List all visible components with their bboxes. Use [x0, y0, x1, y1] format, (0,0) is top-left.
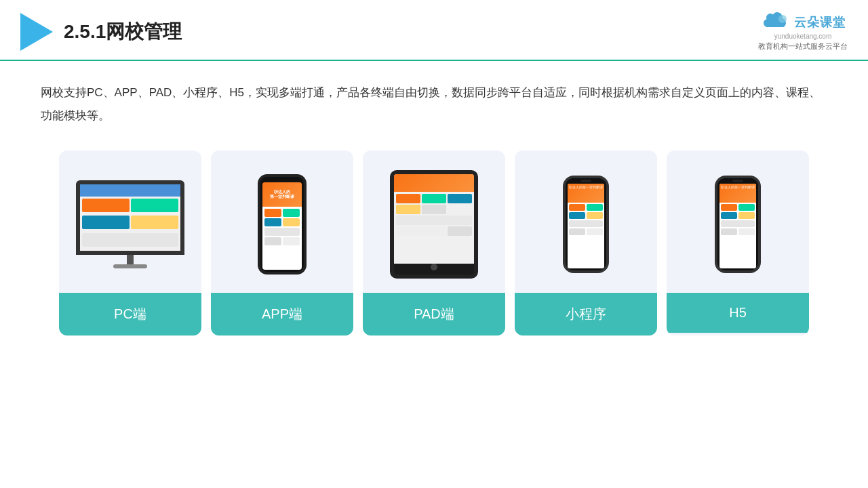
card-pc-label: PC端 [59, 293, 201, 336]
card-pad-label: PAD端 [363, 293, 505, 336]
card-pc: PC端 [59, 150, 201, 336]
brand-url: yunduoketang.com [774, 33, 832, 40]
card-app: 职达人的第一堂判断课 APP端 [211, 150, 353, 336]
brand-name: 云朵课堂 [794, 14, 846, 30]
header: 2.5.1网校管理 云朵课堂 yunduoketang.com 教育机构一站式服… [0, 0, 868, 61]
header-right: 云朵课堂 yunduoketang.com 教育机构一站式服务云平台 [758, 12, 848, 52]
brand-tagline: 教育机构一站式服务云平台 [758, 41, 848, 52]
brand-logo: 云朵课堂 [760, 12, 846, 33]
card-pad-image [363, 150, 505, 293]
miniprogram-phone-mockup: 职达人的第一堂判断课 [563, 176, 609, 273]
cloud-icon [760, 12, 790, 33]
page-title: 2.5.1网校管理 [64, 19, 182, 45]
card-miniprogram: 职达人的第一堂判断课 小程序 [515, 150, 657, 336]
svg-point-0 [778, 15, 787, 23]
card-miniprogram-image: 职达人的第一堂判断课 [515, 150, 657, 293]
pc-mockup [76, 180, 184, 268]
h5-phone-mockup: 职达人的第一堂判断课 [715, 176, 761, 273]
card-app-image: 职达人的第一堂判断课 [211, 150, 353, 293]
card-miniprogram-label: 小程序 [515, 293, 657, 336]
app-phone-mockup: 职达人的第一堂判断课 [258, 174, 307, 274]
card-app-label: APP端 [211, 293, 353, 336]
cards-container: PC端 职达人的第一堂判断课 [0, 134, 868, 356]
description-text: 网校支持PC、APP、PAD、小程序、H5，实现多端打通，产品各终端自由切换，数… [0, 61, 868, 134]
pad-mockup [390, 170, 478, 279]
card-h5-image: 职达人的第一堂判断课 [667, 150, 809, 293]
header-left: 2.5.1网校管理 [20, 13, 182, 51]
logo-triangle-icon [20, 13, 53, 51]
card-h5: 职达人的第一堂判断课 H5 [667, 150, 809, 336]
card-pc-image [59, 150, 201, 293]
card-pad: PAD端 [363, 150, 505, 336]
card-h5-label: H5 [667, 293, 809, 333]
